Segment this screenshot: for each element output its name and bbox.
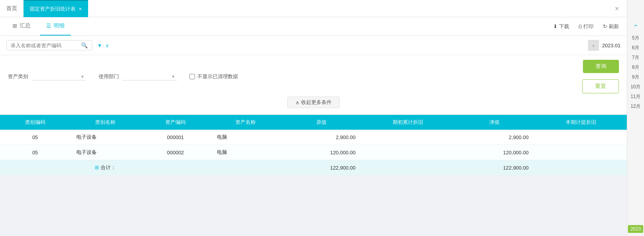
download-button[interactable]: ⬇ 下载 [553,23,569,30]
search-wrapper: 🔍 [6,40,92,50]
total-icon: ⊞ [95,164,99,170]
col-header-code: 类别编码 [0,115,70,130]
summary-icon: ⊞ [13,23,17,29]
tab-detail-label: 明细 [54,22,65,29]
month-item[interactable]: 9月 [628,72,643,82]
asset-type-select[interactable] [33,73,80,79]
cell-net: 120,000.00 [454,145,535,160]
total-label: 合计： [101,164,116,170]
cell-asset-code: 000002 [141,145,211,160]
query-button[interactable]: 查询 [583,60,619,73]
collapse-btn-row: ∧ 收起更多条件 [8,93,619,110]
refresh-button[interactable]: ↻ 刷新 [603,23,619,30]
cell-code: 05 [0,130,70,145]
col-header-asset-name: 资产名称 [211,115,281,130]
refresh-icon: ↻ [603,23,607,29]
cell-net: 2,900.00 [454,130,535,145]
download-label: 下载 [559,23,569,30]
asset-type-arrow-icon: ▼ [80,74,85,79]
total-row: ⊞ 合计： 122,900.00 122,900.00 [0,160,627,175]
cell-asset-name: 电脑 [211,145,281,160]
month-item[interactable]: 7月 [628,53,643,63]
sub-tabs-bar: ⊞ 汇总 ☰ 明细 ⬇ 下载 ⎙ 打印 ↻ 刷新 [0,17,627,36]
scroll-up-icon[interactable]: ⌃ [633,23,638,31]
data-table: 类别编码 类别名称 资产编码 资产名称 原值 期初累计折旧 净值 本期计提折旧 … [0,115,627,175]
collapse-label: 收起更多条件 [301,99,332,106]
collapse-icon: ∧ [296,100,299,105]
search-icon[interactable]: 🔍 [81,42,88,48]
cell-accumulated [362,130,454,145]
total-original: 122,900.00 [281,160,362,175]
nav-arrow-button[interactable]: › [588,40,599,51]
right-sidebar: ⌃ 5月6月7月8月9月10月11月12月 2023 [627,0,644,175]
total-current [535,160,627,175]
tab-close-icon[interactable]: × [79,6,82,12]
top-nav: 首页 固定资产折旧统计表 × × [0,0,627,17]
cell-current [535,145,627,160]
total-label-cell: ⊞ 合计： [0,160,211,175]
table-row: 05 电子设备 000002 电脑 120,000.00 120,000.00 [0,145,627,160]
cell-asset-name: 电脑 [211,130,281,145]
asset-type-filter: 资产类别 ▼ [8,73,86,80]
month-item[interactable]: 12月 [628,102,643,111]
cell-accumulated [362,145,454,160]
more-filter-button[interactable]: ▼ ∨ [97,43,109,48]
col-header-net: 净值 [454,115,535,130]
date-display: 2023.01 [602,43,621,48]
asset-type-label: 资产类别 [8,73,28,80]
tab-summary-label: 汇总 [20,22,31,29]
active-tab: 固定资产折旧统计表 × [23,0,88,17]
col-header-accumulated: 期初累计折旧 [362,115,454,130]
chevron-down-icon: ∨ [105,43,109,48]
cell-code: 05 [0,145,70,160]
download-icon: ⬇ [553,23,557,29]
print-icon: ⎙ [579,23,582,29]
cell-category: 电子设备 [70,130,140,145]
print-label: 打印 [583,23,593,30]
reset-button[interactable]: 重置 [582,79,619,93]
month-item[interactable]: 11月 [628,92,643,102]
search-input[interactable] [11,43,81,48]
cell-current [535,130,627,145]
filter-buttons: 查询 重置 [582,60,619,93]
month-item[interactable]: 5月 [628,33,643,43]
tab-summary[interactable]: ⊞ 汇总 [6,17,37,36]
month-item[interactable]: 8月 [628,63,643,72]
tab-label: 固定资产折旧统计表 [30,5,76,13]
detail-icon: ☰ [46,23,51,29]
print-button[interactable]: ⎙ 打印 [579,23,593,30]
table-header-row: 类别编码 类别名称 资产编码 资产名称 原值 期初累计折旧 净值 本期计提折旧 [0,115,627,130]
tab-detail[interactable]: ☰ 明细 [40,17,71,36]
department-arrow-icon: ▼ [171,74,175,79]
filter-area: 资产类别 ▼ 使用部门 ▼ 不显示已清理数 [0,55,627,115]
month-item[interactable]: 6月 [628,43,643,53]
cell-original: 2,900.00 [281,130,362,145]
home-link[interactable]: 首页 [6,5,23,12]
table-row: 05 电子设备 000001 电脑 2,900.00 2,900.00 [0,130,627,145]
toolbar-right: ⬇ 下载 ⎙ 打印 ↻ 刷新 [553,23,619,30]
total-net: 122,900.00 [454,160,535,175]
month-item[interactable]: 10月 [628,82,643,92]
refresh-label: 刷新 [609,23,619,30]
total-accumulated [362,160,454,175]
department-select[interactable] [124,73,171,79]
cell-asset-code: 000001 [141,130,211,145]
total-blank [211,160,281,175]
window-close-icon[interactable]: × [615,4,619,13]
col-header-category: 类别名称 [70,115,140,130]
month-list: 5月6月7月8月9月10月11月12月 [628,33,643,111]
cell-original: 120,000.00 [281,145,362,160]
filter-icon: ▼ [97,43,102,48]
hide-cleared-checkbox[interactable] [189,74,195,79]
hide-cleared-wrapper: 不显示已清理数据 [189,73,238,80]
cell-category: 电子设备 [70,145,140,160]
hide-cleared-label: 不显示已清理数据 [197,73,238,80]
col-header-current: 本期计提折旧 [535,115,627,130]
collapse-button[interactable]: ∧ 收起更多条件 [287,97,340,108]
col-header-original: 原值 [281,115,362,130]
department-select-wrapper: ▼ [122,73,177,80]
filter-row: 资产类别 ▼ 使用部门 ▼ 不显示已清理数 [8,60,619,93]
asset-type-select-wrapper: ▼ [31,73,86,80]
table-wrapper: 类别编码 类别名称 资产编码 资产名称 原值 期初累计折旧 净值 本期计提折旧 … [0,115,627,175]
department-filter: 使用部门 ▼ [99,73,177,80]
